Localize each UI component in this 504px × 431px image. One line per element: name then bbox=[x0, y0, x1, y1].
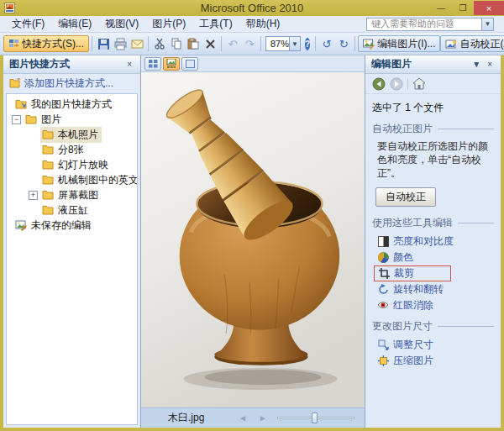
menu-help[interactable]: 帮助(H) bbox=[239, 15, 287, 33]
close-button[interactable]: × bbox=[474, 1, 504, 15]
minimize-button[interactable]: — bbox=[430, 1, 452, 15]
menu-view[interactable]: 视图(V) bbox=[98, 15, 145, 33]
home-icon[interactable] bbox=[412, 77, 426, 90]
pane-menu-icon[interactable]: ▼ bbox=[470, 60, 483, 69]
resize-icon bbox=[377, 339, 389, 350]
undo-button[interactable]: ↶ bbox=[224, 35, 241, 52]
tree-item-my-shortcuts[interactable]: 我的图片快捷方式 bbox=[7, 97, 137, 112]
paste-button[interactable] bbox=[185, 35, 202, 52]
zoom-combobox[interactable]: 87% ▼ bbox=[265, 36, 301, 51]
tree-item-label: 液压缸 bbox=[58, 203, 88, 218]
filmstrip-slider[interactable] bbox=[277, 413, 354, 424]
help-button[interactable]: ? bbox=[305, 38, 310, 50]
edit-pictures-button[interactable]: 编辑图片(I)... bbox=[358, 35, 440, 52]
selected-tree-item[interactable]: 本机照片 bbox=[40, 127, 102, 143]
unsaved-edits-icon bbox=[15, 220, 28, 231]
rotate-icon bbox=[377, 283, 389, 295]
print-icon bbox=[114, 38, 127, 50]
tool-red-eye[interactable]: 红眼消除 bbox=[374, 297, 494, 313]
shortcuts-tree: 我的图片快捷方式 − 图片 本机照片 分8张 幻灯片放映 bbox=[6, 93, 138, 425]
shortcuts-button[interactable]: 快捷方式(S)... bbox=[3, 35, 89, 52]
taskpane-nav bbox=[365, 74, 501, 94]
expand-toggle-icon[interactable]: + bbox=[29, 191, 38, 200]
slider-thumb[interactable] bbox=[312, 413, 318, 423]
autocorrect-action-button[interactable]: 自动校正 bbox=[375, 187, 436, 207]
send-mail-button[interactable] bbox=[129, 35, 145, 52]
tree-item-local-photos[interactable]: 本机照片 bbox=[7, 127, 137, 142]
nav-separator bbox=[407, 78, 408, 90]
folder-icon bbox=[25, 114, 38, 124]
shortcuts-pane: 图片快捷方式 × 添加图片快捷方式... 我的图片快捷方式 − 图片 本机照片 bbox=[3, 55, 141, 428]
tool-crop[interactable]: 裁剪 bbox=[374, 265, 451, 281]
tree-item-unsaved-edits[interactable]: 未保存的编辑 bbox=[7, 218, 137, 233]
tool-color[interactable]: 颜色 bbox=[374, 250, 494, 265]
rotate-right-icon: ↻ bbox=[339, 39, 349, 50]
save-button[interactable] bbox=[95, 35, 112, 52]
tree-item-mech-drawing[interactable]: 机械制图中的英文翻译 bbox=[7, 172, 137, 187]
toolbar-separator bbox=[92, 36, 92, 51]
add-shortcut-link[interactable]: 添加图片快捷方式... bbox=[3, 74, 140, 92]
tree-item-label: 机械制图中的英文翻译 bbox=[58, 173, 138, 187]
thumbnail-view-button[interactable] bbox=[144, 57, 161, 71]
folder-icon bbox=[42, 145, 55, 155]
edit-pictures-label: 编辑图片(I)... bbox=[377, 37, 435, 51]
tree-item-split8[interactable]: 分8张 bbox=[7, 142, 137, 157]
single-view-button[interactable] bbox=[181, 57, 198, 71]
autocorrect-button[interactable]: 自动校正(A) bbox=[440, 35, 504, 52]
cut-button[interactable] bbox=[151, 35, 168, 52]
rotate-right-button[interactable]: ↻ bbox=[335, 35, 352, 52]
rotate-left-icon: ↺ bbox=[323, 39, 332, 50]
redo-button[interactable]: ↷ bbox=[241, 35, 258, 52]
edit-pane-title: 编辑图片 bbox=[371, 57, 412, 71]
tool-brightness-contrast[interactable]: 亮度和对比度 bbox=[374, 234, 494, 250]
toolbar-separator bbox=[148, 36, 149, 51]
rotate-left-button[interactable]: ↺ bbox=[318, 35, 335, 52]
collapse-toggle-icon[interactable]: − bbox=[12, 115, 21, 124]
shortcuts-pane-title: 图片快捷方式 bbox=[9, 57, 70, 71]
copy-button[interactable] bbox=[168, 35, 185, 52]
chevron-down-icon[interactable]: ▼ bbox=[289, 37, 300, 50]
print-button[interactable] bbox=[112, 35, 129, 52]
filmstrip-view-icon bbox=[166, 59, 176, 68]
autocorrect-description: 要自动校正所选图片的颜色和亮度，单击“自动校正”。 bbox=[374, 139, 492, 181]
menu-picture[interactable]: 图片(P) bbox=[145, 15, 192, 33]
toolbar-separator bbox=[354, 36, 355, 51]
add-shortcut-label: 添加图片快捷方式... bbox=[24, 76, 113, 91]
help-question-input[interactable]: 键入需要帮助的问题 ▼ bbox=[366, 18, 494, 31]
previous-picture-button[interactable]: ◄ bbox=[239, 413, 247, 423]
menu-edit[interactable]: 编辑(E) bbox=[51, 15, 98, 33]
preview-pane: 木臼.jpg ◄ ► bbox=[141, 55, 365, 428]
tree-item-label: 分8张 bbox=[58, 143, 84, 157]
undo-icon: ↶ bbox=[228, 39, 238, 50]
chevron-down-icon[interactable]: ▼ bbox=[481, 18, 493, 30]
tree-item-slideshow[interactable]: 幻灯片放映 bbox=[7, 157, 137, 172]
close-icon[interactable]: × bbox=[124, 60, 134, 69]
toolbar-separator bbox=[221, 36, 222, 51]
next-picture-button[interactable]: ► bbox=[259, 413, 267, 423]
forward-button-icon[interactable] bbox=[390, 77, 403, 91]
tool-resize[interactable]: 调整尺寸 bbox=[374, 337, 494, 353]
folder-icon bbox=[42, 175, 55, 185]
tool-compress[interactable]: 压缩图片 bbox=[374, 353, 494, 369]
section-edit-tools: 使用这些工具编辑 bbox=[372, 216, 494, 230]
delete-button[interactable] bbox=[202, 35, 218, 52]
tree-item-screenshots[interactable]: + 屏幕截图 bbox=[7, 187, 137, 202]
back-button-icon[interactable] bbox=[372, 77, 386, 91]
tree-item-label: 图片 bbox=[41, 113, 61, 127]
folder-icon bbox=[42, 129, 55, 139]
single-view-icon bbox=[186, 60, 195, 68]
tree-item-pictures[interactable]: − 图片 bbox=[7, 112, 137, 127]
filmstrip-view-button[interactable] bbox=[163, 57, 180, 71]
menu-file[interactable]: 文件(F) bbox=[5, 15, 51, 33]
selection-status: 选中了 1 个文件 bbox=[372, 101, 494, 115]
tool-rotate-flip[interactable]: 旋转和翻转 bbox=[374, 281, 494, 297]
tree-item-label: 本机照片 bbox=[58, 128, 98, 142]
menu-tools[interactable]: 工具(T) bbox=[192, 15, 239, 33]
maximize-button[interactable]: ❐ bbox=[452, 1, 474, 15]
tree-item-hydraulic[interactable]: 液压缸 bbox=[7, 202, 137, 218]
workspace: 图片快捷方式 × 添加图片快捷方式... 我的图片快捷方式 − 图片 本机照片 bbox=[3, 55, 501, 428]
close-icon[interactable]: × bbox=[485, 60, 495, 69]
photo-preview-area[interactable] bbox=[141, 72, 365, 407]
mail-icon bbox=[131, 38, 144, 50]
edit-pictures-pane: 编辑图片 ▼ × 选中了 1 个文件 自动校正图片 要自动校正所选图片的颜色和亮… bbox=[365, 55, 501, 428]
